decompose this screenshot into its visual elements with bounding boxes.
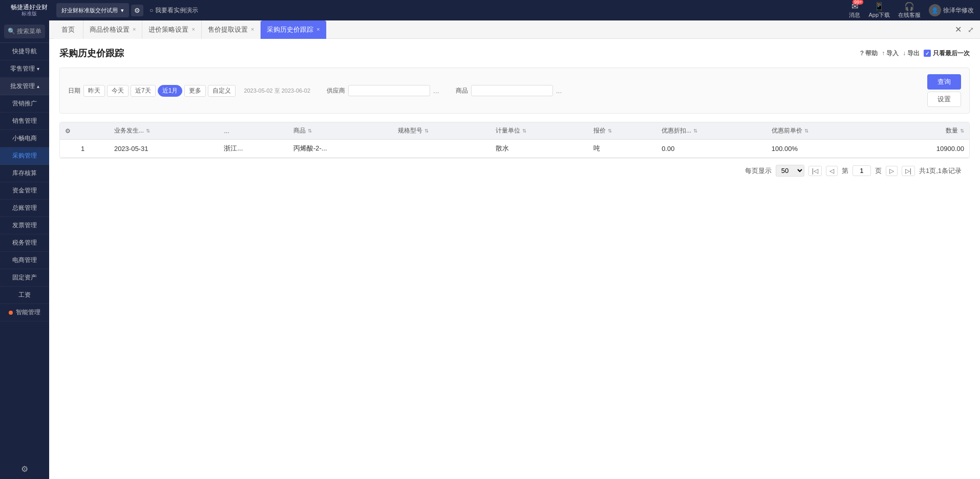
date-btn-yesterday[interactable]: 昨天	[83, 85, 105, 97]
per-page-label: 每页显示	[745, 166, 772, 176]
supplier-input[interactable]	[348, 85, 430, 96]
first-page-button[interactable]: |◁	[808, 166, 822, 176]
query-button[interactable]: 查询	[927, 74, 961, 90]
tab-sale-price[interactable]: 售价提取设置 ×	[202, 20, 261, 39]
search-menu-button[interactable]: 🔍 搜索菜单	[4, 25, 45, 38]
import-label: 导入	[886, 49, 899, 58]
tab-purchase-strategy-label: 进价策略设置	[148, 25, 188, 34]
prev-page-button[interactable]: ◁	[826, 166, 838, 176]
goods-dots[interactable]: ...	[556, 86, 562, 95]
sidebar-item-inventory[interactable]: 库存核算	[0, 165, 49, 182]
help-link[interactable]: ? 帮助	[860, 49, 878, 58]
tab-goods-price-close[interactable]: ×	[133, 27, 136, 32]
sidebar-item-general-ledger[interactable]: 总账管理	[0, 200, 49, 217]
tab-purchase-strategy-close[interactable]: ×	[191, 27, 195, 32]
tab-home[interactable]: 首页	[53, 20, 83, 39]
app-download-button[interactable]: 📱 App下载	[868, 2, 890, 19]
per-page-select[interactable]: 50 10 20 100	[776, 165, 804, 177]
edition-selector[interactable]: 好业财标准版交付试用 ▾	[56, 3, 129, 17]
user-menu-button[interactable]: 👤 徐泽华修改	[929, 4, 974, 16]
only-last-checkbox-label[interactable]: ✓ 只看最后一次	[924, 49, 970, 58]
date-btn-7days[interactable]: 近7天	[131, 85, 156, 97]
online-service-button[interactable]: 🎧 在线客服	[898, 2, 921, 19]
sidebar-item-purchase[interactable]: 采购管理	[0, 147, 49, 165]
tab-sale-price-close[interactable]: ×	[251, 27, 254, 32]
sidebar-item-ecommerce[interactable]: 电商管理	[0, 252, 49, 269]
th-goods[interactable]: 商品 ⇅	[288, 122, 393, 140]
th-gear[interactable]: ⚙	[60, 122, 76, 140]
sidebar-item-assets[interactable]: 固定资产	[0, 269, 49, 287]
supplier-filter-label: 供应商	[327, 86, 345, 95]
td-index: 1	[76, 140, 109, 158]
sidebar-item-quicknav[interactable]: 快捷导航	[0, 43, 49, 60]
settings-icon-button[interactable]: ⚙	[131, 5, 143, 16]
supplier-dots[interactable]: ...	[433, 86, 439, 95]
expand-tab-button[interactable]: ⤢	[966, 26, 976, 34]
th-discount[interactable]: 优惠折扣... ⇅	[656, 122, 766, 140]
td-before-price: 10900.00	[879, 140, 969, 158]
top-bar-right: ✉ 消息 99+ 📱 App下载 🎧 在线客服 👤 徐泽华修改	[849, 2, 974, 19]
sidebar-item-tax[interactable]: 税务管理	[0, 234, 49, 252]
goods-input[interactable]	[471, 85, 553, 96]
goods-filter-label: 商品	[456, 86, 468, 95]
sidebar-gear-button[interactable]: ⚙	[0, 459, 49, 479]
th-price-label: 报价	[593, 126, 606, 135]
message-button[interactable]: ✉ 消息 99+	[849, 2, 860, 19]
date-filter-label: 日期	[68, 86, 80, 95]
date-btn-1month[interactable]: 近1月	[158, 85, 183, 97]
finance-label: 资金管理	[12, 186, 37, 195]
date-btn-today[interactable]: 今天	[107, 85, 129, 97]
th-more[interactable]: ...	[219, 122, 288, 140]
smart-label: 智能管理	[16, 308, 40, 317]
th-price[interactable]: 报价 ⇅	[588, 122, 656, 140]
demo-button[interactable]: ○ 我要看实例演示	[150, 6, 198, 15]
purchase-label: 采购管理	[12, 151, 37, 160]
sidebar-item-finance[interactable]: 资金管理	[0, 182, 49, 200]
th-quantity[interactable]: 数量 ⇅	[879, 122, 969, 140]
close-tab-button[interactable]: ✕	[953, 25, 964, 34]
sidebar-item-smart[interactable]: 智能管理	[0, 304, 49, 321]
tab-purchase-strategy[interactable]: 进价策略设置 ×	[142, 20, 201, 39]
tab-purchase-history[interactable]: 采购历史价跟踪 ×	[261, 20, 326, 39]
import-link[interactable]: ↑ 导入	[882, 49, 899, 58]
help-label: 帮助	[865, 49, 878, 58]
date-btn-custom[interactable]: 自定义	[208, 85, 236, 97]
page-number-input[interactable]	[853, 165, 871, 176]
online-service-label: 在线客服	[898, 11, 921, 19]
export-link[interactable]: ↓ 导出	[903, 49, 920, 58]
date-options: 昨天 今天 近7天 近1月 更多 自定义	[83, 85, 236, 97]
tab-goods-price[interactable]: 商品价格设置 ×	[83, 20, 142, 39]
th-spec-label: 规格型号	[398, 126, 422, 135]
assets-label: 固定资产	[12, 273, 37, 282]
td-goods: 丙烯酸-2-...	[288, 140, 393, 158]
sidebar-item-wholesale[interactable]: 批发管理 ▴	[0, 78, 49, 95]
sidebar-item-marketing[interactable]: 营销推广	[0, 95, 49, 113]
th-before-price[interactable]: 优惠前单价 ⇅	[766, 122, 879, 140]
play-icon: ○	[150, 7, 153, 14]
tab-purchase-history-close[interactable]: ×	[316, 27, 319, 32]
sidebar-item-retail[interactable]: 零售管理 ▾	[0, 60, 49, 78]
sidebar-item-invoice[interactable]: 发票管理	[0, 217, 49, 234]
last-page-button[interactable]: ▷|	[902, 166, 915, 176]
date-btn-more[interactable]: 更多	[184, 85, 206, 97]
sidebar-item-ecommerce-small[interactable]: 小畅电商	[0, 130, 49, 147]
sidebar-item-salary[interactable]: 工资	[0, 287, 49, 304]
demo-label: 我要看实例演示	[155, 6, 198, 15]
td-spec	[393, 140, 491, 158]
th-date[interactable]: 业务发生... ⇅	[109, 122, 219, 140]
th-spec[interactable]: 规格型号 ⇅	[393, 122, 491, 140]
setting-button[interactable]: 设置	[927, 92, 961, 107]
tax-label: 税务管理	[12, 238, 37, 247]
page-title-text: 采购历史价跟踪	[59, 47, 124, 59]
quicknav-label: 快捷导航	[12, 47, 37, 56]
chevron-down-icon: ▾	[121, 7, 124, 14]
sort-icon-spec: ⇅	[424, 128, 429, 134]
page-title-actions: ? 帮助 ↑ 导入 ↓ 导出 ✓ 只看最后一次	[860, 49, 970, 58]
only-last-checkbox[interactable]: ✓	[924, 50, 931, 57]
search-menu-label: 搜索菜单	[17, 28, 41, 35]
th-unit[interactable]: 计量单位 ⇅	[491, 122, 588, 140]
sidebar-item-sales[interactable]: 销售管理	[0, 113, 49, 130]
help-icon: ?	[860, 50, 864, 57]
next-page-button[interactable]: ▷	[886, 166, 898, 176]
content-area: 首页 商品价格设置 × 进价策略设置 × 售价提取设置 × 采购历史价跟踪 × …	[49, 20, 980, 479]
